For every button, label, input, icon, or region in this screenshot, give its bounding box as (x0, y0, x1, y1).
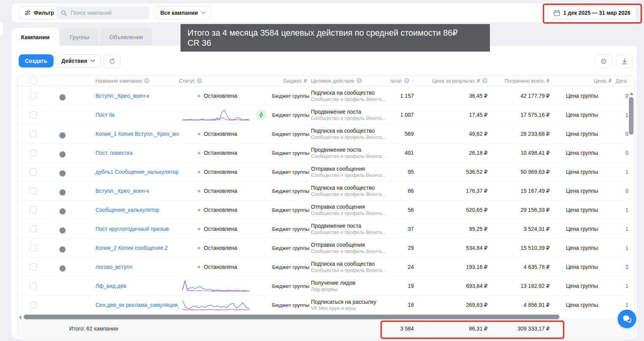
header-label-status: Статус (179, 78, 195, 84)
row-checkbox[interactable] (30, 187, 37, 194)
date-cell[interactable]: 1 (616, 245, 635, 251)
campaign-name-link[interactable]: Лф_вид.дев (95, 283, 126, 289)
budget-cell: Бюджет группы (272, 169, 311, 175)
campaign-name-cell: Пост. повестка (84, 150, 179, 156)
campaign-name-link[interactable]: Пост 6к (95, 112, 115, 118)
campaign-name-link[interactable]: Сообщение_калькулятор (95, 207, 159, 213)
help-icon[interactable]: ? (144, 78, 149, 83)
budget-cell: Бюджет группы (272, 188, 311, 194)
toggle-knob (49, 303, 56, 310)
row-checkbox[interactable] (30, 225, 37, 232)
date-cell[interactable]: 0 (616, 188, 635, 194)
date-cell[interactable]: 1 (616, 302, 635, 308)
date-cell[interactable]: 1 (616, 207, 635, 213)
scroll-left-arrow-icon[interactable] (19, 315, 21, 319)
tab-groups[interactable]: Группы (61, 28, 99, 46)
campaign-name-link[interactable]: дубль1 Сообщение_калькулятор (95, 169, 179, 175)
gear-icon: ⚙ (600, 58, 607, 65)
toggle-knob (49, 284, 56, 291)
target-action-subtitle: Сообщество и профиль Вконта... (311, 210, 391, 216)
row-checkbox[interactable] (30, 168, 37, 175)
create-button[interactable]: Создать (19, 54, 54, 68)
budget-cell: Бюджет группы (272, 245, 311, 251)
row-checkbox[interactable] (30, 282, 37, 289)
campaign-name-cell: Лф_вид.дев (84, 283, 179, 289)
row-checkbox-cell (18, 263, 49, 270)
summary-tooltip: Итого за 4 месяца 3584 целевых действия … (181, 24, 490, 52)
vk-ads-campaigns-page: Фильтр Все кампании 1 дек 2025 — 31 мар … (0, 0, 644, 341)
date-range-picker[interactable]: 1 дек 2025 — 31 мар 2026 (547, 6, 637, 19)
campaign-name-link[interactable]: Пост круглогодичный призыв (95, 226, 169, 232)
row-checkbox[interactable] (30, 111, 37, 118)
row-checkbox[interactable] (30, 149, 37, 156)
table-row: дубль1 Сообщение_калькуляторОстановленаБ… (18, 163, 634, 182)
support-chat-button[interactable] (618, 310, 636, 328)
budget-cell: Бюджет группы (272, 302, 311, 308)
row-checkbox[interactable] (30, 92, 37, 99)
campaign-name-link[interactable]: Копия_1 Копия Вступл._Крео_воен-к (95, 131, 179, 137)
select-all-checkbox[interactable] (30, 77, 37, 84)
row-checkbox[interactable] (30, 263, 37, 270)
campaign-name-cell: Вступл._Крео_воен-к (84, 93, 179, 99)
summary-tooltip-line1: Итого за 4 месяца 3584 целевых действия … (187, 28, 483, 38)
status-text: Остановлена (204, 131, 237, 137)
cost-per-result-cell: 176,37 ₽ (418, 188, 491, 194)
sort-desc-icon[interactable]: ↓ (411, 78, 414, 83)
export-download-button[interactable] (616, 54, 633, 68)
actions-dropdown[interactable]: Действия (56, 54, 101, 68)
row-checkbox[interactable] (30, 244, 37, 251)
scroll-up-arrow-icon[interactable] (630, 92, 634, 95)
help-icon[interactable]: ? (482, 78, 488, 83)
status-text: Остановлена (204, 93, 237, 99)
row-checkbox[interactable] (30, 206, 37, 213)
date-cell[interactable]: 1 (616, 226, 635, 232)
cost-per-result-cell: 534,84 ₽ (418, 245, 491, 251)
campaign-name-link[interactable]: Вступл._Крео_воен-к (95, 93, 149, 99)
vertical-scroll-thumb[interactable] (629, 97, 634, 135)
help-icon[interactable]: ? (197, 78, 202, 83)
chat-bubbles-icon (622, 315, 632, 323)
filter-button[interactable]: Фильтр (19, 6, 60, 19)
horizontal-scroll-thumb[interactable] (24, 315, 559, 319)
entity-tabs: Кампании Группы Объявления (12, 28, 152, 46)
refresh-button[interactable] (104, 54, 121, 68)
tab-ads[interactable]: Объявления (100, 28, 153, 46)
target-action-cell: Продвижение постаСообщество и профиль Вк… (311, 108, 391, 121)
row-checkbox[interactable] (30, 130, 37, 137)
campaign-name-link[interactable]: логово_вступл (95, 264, 132, 270)
search-input[interactable] (70, 9, 137, 16)
campaign-name-cell: дубль1 Сообщение_калькулятор (84, 169, 179, 175)
cost-per-result-cell: 17,45 ₽ (418, 112, 491, 118)
spent-total: 309 333,17 ₽ (491, 325, 554, 332)
budget-cell: Бюджет группы (272, 283, 311, 289)
spent-cell: 13 182,92 ₽ (491, 283, 554, 289)
status-sparkline (181, 108, 250, 121)
help-icon[interactable]: ? (356, 78, 362, 83)
table-row: Вступл._Крео_воен-кОстановленаБюджет гру… (18, 87, 634, 106)
spent-cell: 4 635,78 ₽ (491, 264, 554, 270)
campaign-status-cell: Остановлена (179, 207, 272, 213)
help-icon[interactable]: ? (404, 78, 410, 83)
date-cell[interactable]: 2 (616, 264, 635, 270)
boost-icon (256, 109, 267, 120)
table-settings-button[interactable]: ⚙ (595, 54, 612, 68)
toggle-knob (59, 208, 66, 215)
header-label-cpr: Цена за результат, ₽ (432, 78, 480, 84)
campaign-name-link[interactable]: Вступл._Крео_воен-к (95, 188, 149, 194)
target-action-subtitle: Сообщество и профиль Вконта... (311, 153, 391, 159)
campaign-name-link[interactable]: Сен.дев_вк реклама_симуляция_н... (95, 302, 179, 308)
cost-per-result-cell: 95,25 ₽ (418, 226, 491, 232)
row-toggle-cell (49, 263, 84, 270)
row-checkbox[interactable] (30, 301, 37, 308)
tab-campaigns[interactable]: Кампании (12, 28, 59, 46)
tab-groups-label: Группы (70, 34, 89, 40)
target-action-subtitle: Сообщество и профиль Вконта... (311, 191, 391, 197)
row-checkbox-cell (18, 130, 49, 137)
summary-tooltip-line2: CR 36 (187, 38, 483, 48)
campaign-search[interactable] (56, 6, 149, 19)
date-cell[interactable]: 1 (616, 283, 635, 289)
campaign-scope-dropdown[interactable]: Все кампании (154, 6, 212, 19)
budget-cell: Бюджет группы (272, 93, 311, 99)
campaign-name-link[interactable]: Копия_2 Копия сообщение.2 (95, 245, 168, 251)
campaign-name-link[interactable]: Пост. повестка (95, 150, 133, 156)
